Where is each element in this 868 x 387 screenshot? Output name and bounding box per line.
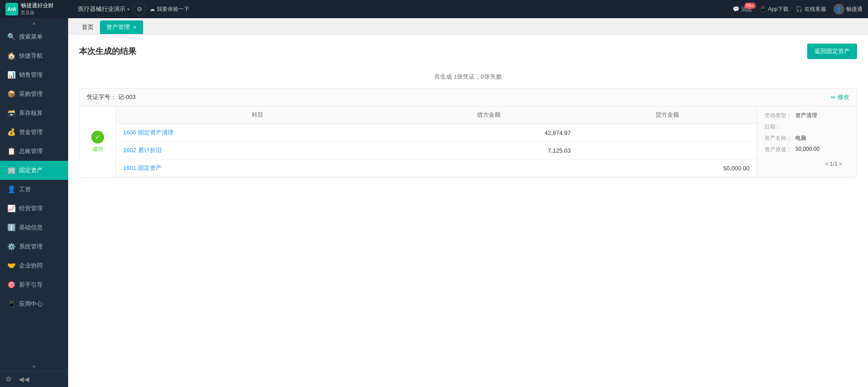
asset-name-value: 电脑 (795, 134, 806, 142)
success-label: 成功 (92, 145, 103, 153)
online-service-action[interactable]: 🎧 在线客服 (796, 5, 826, 13)
change-type-row: 变动类型： 资产清理 (764, 112, 849, 119)
sidebar-item-search[interactable]: 🔍 搜索菜单 (0, 27, 68, 46)
voucher-main-row: ✓ 成功 科目 借方金额 贷方金额 (79, 106, 757, 177)
app-download-action[interactable]: 📱 App下载 (759, 5, 789, 13)
sidebar-item-label: 应用中心 (19, 300, 43, 308)
debit-cell: 42,874.97 (399, 124, 578, 142)
main-layout: ▲ 🔍 搜索菜单 🏠 快捷导航 📊 销售管理 📦 采购管理 🗃️ 库存核算 (0, 18, 868, 387)
sidebar-item-basic-info[interactable]: ℹ️ 基础信息 (0, 218, 68, 237)
table-wrapper: 科目 借方金额 贷方金额 1606 固定资产清理 42,874.97 (116, 106, 757, 177)
sidebar-item-app-center[interactable]: 📱 应用中心 (0, 294, 68, 313)
finance-icon: 💰 (7, 128, 15, 136)
gear-button[interactable]: ⚙ (133, 3, 146, 15)
sidebar-scroll-up[interactable]: ▲ (0, 18, 68, 27)
logo-title: 畅捷通好业财 (21, 2, 54, 10)
page-content: 本次生成的结果 返回固定资产 共生成 1张凭证，0张失败 凭证字号： 记-003… (68, 35, 868, 387)
sidebar-item-label: 经营管理 (19, 204, 43, 213)
edit-icon: ✏ (831, 94, 836, 101)
app-center-icon: 📱 (7, 300, 15, 308)
sidebar-scroll-down[interactable]: ▼ (0, 362, 68, 371)
settings-footer-button[interactable]: ⚙ (5, 375, 11, 383)
subject-cell: 1601 固定资产 (116, 159, 399, 177)
logo-icon: AtA (5, 3, 18, 15)
experience-button[interactable]: ☁ 我要体验一下 (149, 5, 189, 13)
sidebar-item-label: 固定资产 (19, 166, 43, 174)
col-header-credit: 贷方金额 (578, 106, 757, 124)
content-area: 首页 资产管理 ✕ 本次生成的结果 返回固定资产 共生成 1张凭证，0张失败 (68, 18, 868, 387)
inventory-icon: 🗃️ (7, 109, 15, 117)
tab-close-icon[interactable]: ✕ (133, 25, 137, 30)
purchase-icon: 📦 (7, 90, 15, 98)
sidebar-item-finance[interactable]: 💰 资金管理 (0, 123, 68, 142)
tab-bar: 首页 资产管理 ✕ (68, 18, 868, 35)
sidebar-scroll: 🔍 搜索菜单 🏠 快捷导航 📊 销售管理 📦 采购管理 🗃️ 库存核算 💰 (0, 27, 68, 362)
sidebar-item-quick-nav[interactable]: 🏠 快捷导航 (0, 46, 68, 65)
subject-cell: 1606 固定资产清理 (116, 124, 399, 142)
sidebar-item-operations[interactable]: 📈 经营管理 (0, 199, 68, 218)
col-header-debit: 借方金额 (399, 106, 578, 124)
sidebar-item-label: 快捷导航 (19, 52, 43, 60)
table-row: 1606 固定资产清理 42,874.97 (116, 124, 757, 142)
original-value-value: 50,000.00 (795, 146, 819, 154)
message-badge: 99+ (744, 3, 756, 9)
sidebar-item-guide[interactable]: 🎯 新手引导 (0, 275, 68, 294)
side-info-panel: 变动类型： 资产清理 日期： 资产名称： 电脑 资产原值： (757, 106, 857, 177)
tab-asset-mgmt-label: 资产管理 (106, 23, 130, 31)
search-icon: 🔍 (7, 33, 15, 41)
sidebar-item-purchase[interactable]: 📦 采购管理 (0, 84, 68, 104)
logo-area: AtA 畅捷通好业财 普及版 (5, 2, 74, 16)
col-header-subject: 科目 (116, 106, 399, 124)
sidebar-item-system[interactable]: ⚙️ 系统管理 (0, 237, 68, 256)
tab-home[interactable]: 首页 (75, 20, 100, 34)
top-header: AtA 畅捷通好业财 普及版 医疗器械行业演示 ▾ ⚙ ☁ 我要体验一下 💬 消… (0, 0, 868, 18)
fixed-assets-icon: 🏢 (7, 166, 15, 174)
message-icon: 💬 (733, 6, 739, 12)
operations-icon: 📈 (7, 204, 15, 213)
edit-button[interactable]: ✏ 修改 (831, 93, 849, 101)
header-middle: 医疗器械行业演示 ▾ ⚙ ☁ 我要体验一下 (74, 3, 733, 15)
edit-label: 修改 (838, 93, 849, 101)
sidebar-item-ledger[interactable]: 📋 总账管理 (0, 142, 68, 161)
sidebar-item-label: 工资 (19, 185, 31, 194)
collapse-sidebar-button[interactable]: ◀◀ (19, 375, 30, 383)
chevron-down-icon: ▾ (127, 7, 129, 12)
table-row: 1602 累计折旧 7,125.03 (116, 142, 757, 159)
payroll-icon: 👤 (7, 185, 15, 194)
date-row: 日期： (764, 123, 849, 131)
user-action[interactable]: 👤 畅捷通 (833, 4, 863, 15)
return-button[interactable]: 返回固定资产 (807, 44, 857, 59)
sidebar-item-label: 库存核算 (19, 109, 43, 117)
date-label: 日期： (764, 123, 781, 131)
voucher-number-label: 凭证字号： (87, 94, 116, 100)
subject-cell: 1602 累计折旧 (116, 142, 399, 159)
sidebar: ▲ 🔍 搜索菜单 🏠 快捷导航 📊 销售管理 📦 采购管理 🗃️ 库存核算 (0, 18, 68, 387)
header-right: 💬 消息 99+ 📱 App下载 🎧 在线客服 👤 畅捷通 (733, 4, 863, 15)
sidebar-item-fixed-assets[interactable]: 🏢 固定资产 (0, 161, 68, 180)
credit-cell: 50,000.00 (578, 159, 757, 177)
sidebar-item-label: 搜索菜单 (19, 33, 43, 41)
sidebar-item-label: 系统管理 (19, 243, 43, 251)
change-type-label: 变动类型： (764, 112, 792, 119)
sidebar-item-enterprise[interactable]: 🤝 企业协同 (0, 256, 68, 275)
logo-subtitle: 普及版 (21, 10, 54, 16)
sidebar-item-sales[interactable]: 📊 销售管理 (0, 65, 68, 84)
voucher-number: 凭证字号： 记-003 (87, 93, 136, 101)
voucher-number-value: 记-003 (118, 94, 136, 100)
ledger-icon: 📋 (7, 147, 15, 155)
system-icon: ⚙️ (7, 243, 15, 251)
page-title: 本次生成的结果 (79, 46, 136, 57)
sidebar-item-label: 销售管理 (19, 71, 43, 79)
home-icon: 🏠 (7, 52, 15, 60)
message-action[interactable]: 💬 消息 99+ (733, 5, 752, 13)
sidebar-item-label: 资金管理 (19, 128, 43, 136)
page-title-row: 本次生成的结果 返回固定资产 (79, 44, 857, 59)
sidebar-item-inventory[interactable]: 🗃️ 库存核算 (0, 104, 68, 123)
company-selector[interactable]: 医疗器械行业演示 ▾ (78, 5, 129, 13)
pagination[interactable]: < 1/1 > (764, 157, 849, 171)
credit-cell (578, 124, 757, 142)
asset-name-row: 资产名称： 电脑 (764, 134, 849, 142)
online-service-label: 在线客服 (804, 5, 826, 13)
sidebar-item-payroll[interactable]: 👤 工资 (0, 180, 68, 199)
tab-asset-mgmt[interactable]: 资产管理 ✕ (100, 20, 143, 34)
